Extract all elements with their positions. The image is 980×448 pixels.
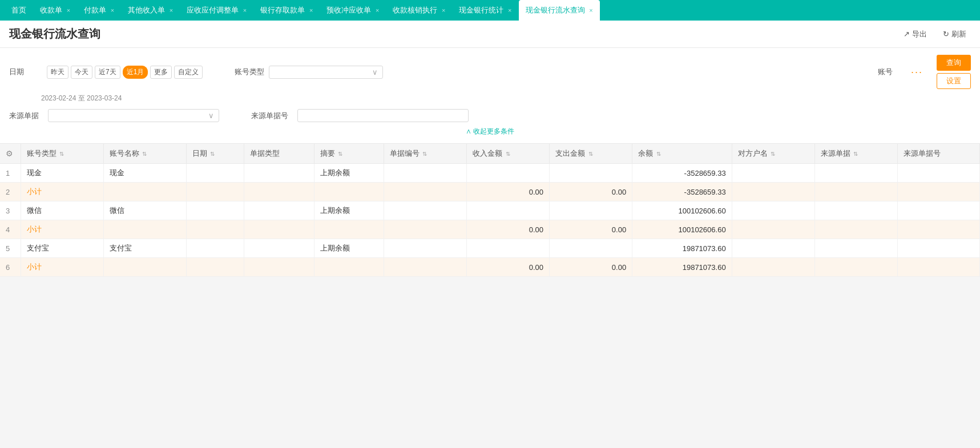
cell-date xyxy=(186,201,244,220)
sort-icon: ⇅ xyxy=(142,151,147,157)
th-summary[interactable]: 摘要 ⇅ xyxy=(314,144,384,164)
gear-icon[interactable]: ⚙ xyxy=(6,149,13,158)
th-gear[interactable]: ⚙ xyxy=(0,144,21,164)
close-icon[interactable]: × xyxy=(508,7,511,14)
th-doc-type[interactable]: 单据类型 xyxy=(244,144,314,164)
th-account-type[interactable]: 账号类型 ⇅ xyxy=(21,144,103,164)
nav-payment[interactable]: 付款单 × xyxy=(77,0,121,21)
sort-icon: ⇅ xyxy=(506,151,510,157)
cell-expense xyxy=(550,201,632,220)
filter-row-2: 来源单据 ∨ 来源单据号 xyxy=(9,109,971,122)
close-icon[interactable]: × xyxy=(243,7,247,14)
cell-source-doc xyxy=(814,239,897,258)
export-button[interactable]: ↗ 导出 xyxy=(899,27,931,42)
cell-source-doc xyxy=(814,183,897,201)
cell-counterpart xyxy=(732,164,814,183)
table-row[interactable]: 5支付宝支付宝上期余额19871073.60 xyxy=(0,239,980,258)
cell-date xyxy=(186,239,244,258)
cell-doc-no xyxy=(384,220,466,239)
close-icon[interactable]: × xyxy=(67,7,70,14)
sort-icon: ⇅ xyxy=(338,151,342,157)
th-expense[interactable]: 支出金额 ⇅ xyxy=(550,144,632,164)
cell-balance: -3528659.33 xyxy=(632,183,732,201)
account-type-label: 账号类型 xyxy=(235,67,264,77)
collapse-button[interactable]: ∧ 收起更多条件 xyxy=(466,127,514,136)
table-row[interactable]: 6小计0.000.0019871073.60 xyxy=(0,258,980,277)
date-btn-more[interactable]: 更多 xyxy=(150,66,172,79)
th-source-doc-no[interactable]: 来源单据号 xyxy=(897,144,979,164)
date-btn-yesterday[interactable]: 昨天 xyxy=(47,66,68,79)
cell-account-type: 现金 xyxy=(21,164,103,183)
source-doc-no-input[interactable] xyxy=(297,109,469,122)
close-icon[interactable]: × xyxy=(111,7,114,14)
cell-doc-no xyxy=(384,164,466,183)
date-btn-custom[interactable]: 自定义 xyxy=(174,66,203,79)
account-type-select[interactable]: ∨ xyxy=(269,66,383,79)
close-icon[interactable]: × xyxy=(309,7,313,14)
th-income[interactable]: 收入金额 ⇅ xyxy=(466,144,549,164)
account-label: 账号 xyxy=(878,67,906,77)
nav-home[interactable]: 首页 xyxy=(5,0,33,21)
cell-account-type: 小计 xyxy=(21,183,103,201)
cell-income xyxy=(466,164,549,183)
cell-doc-no xyxy=(384,201,466,220)
nav-advance-offset[interactable]: 预收冲应收单 × xyxy=(320,0,386,21)
nav-receipt[interactable]: 收款单 × xyxy=(33,0,77,21)
th-source-doc[interactable]: 来源单据 ⇅ xyxy=(814,144,897,164)
cell-source-doc xyxy=(814,201,897,220)
nav-bank-deposit[interactable]: 银行存取款单 × xyxy=(253,0,320,21)
th-counterpart[interactable]: 对方户名 ⇅ xyxy=(732,144,814,164)
table-row[interactable]: 4小计0.000.00100102606.60 xyxy=(0,220,980,239)
settings-button[interactable]: 设置 xyxy=(937,73,971,89)
cell-row-num: 6 xyxy=(0,258,21,277)
date-btn-today[interactable]: 今天 xyxy=(71,66,92,79)
th-date[interactable]: 日期 ⇅ xyxy=(186,144,244,164)
nav-cash-bank-flow[interactable]: 现金银行流水查询 × xyxy=(519,0,600,21)
cell-doc-type xyxy=(244,258,314,277)
cell-date xyxy=(186,164,244,183)
table-row[interactable]: 1现金现金上期余额-3528659.33 xyxy=(0,164,980,183)
date-btn-1month[interactable]: 近1月 xyxy=(123,66,148,79)
cell-balance: 19871073.60 xyxy=(632,239,732,258)
cell-doc-type xyxy=(244,183,314,201)
cell-summary xyxy=(314,220,384,239)
table-row[interactable]: 2小计0.000.00-3528659.33 xyxy=(0,183,980,201)
sort-icon: ⇅ xyxy=(422,151,427,157)
cell-balance: 19871073.60 xyxy=(632,258,732,277)
nav-collection-exec[interactable]: 收款核销执行 × xyxy=(386,0,452,21)
th-account-name[interactable]: 账号名称 ⇅ xyxy=(103,144,186,164)
nav-adjustment[interactable]: 应收应付调整单 × xyxy=(180,0,253,21)
close-icon[interactable]: × xyxy=(376,7,379,14)
account-more-btn[interactable]: ··· xyxy=(911,66,923,78)
th-doc-no[interactable]: 单据编号 ⇅ xyxy=(384,144,466,164)
refresh-button[interactable]: ↻ 刷新 xyxy=(938,27,971,42)
cell-account-name xyxy=(103,183,186,201)
source-doc-label: 来源单据 xyxy=(9,111,39,121)
data-table: ⚙ 账号类型 ⇅ 账号名称 ⇅ 日期 ⇅ 单据类型 摘要 ⇅ 单据编号 ⇅ 收入… xyxy=(0,144,980,277)
th-balance[interactable]: 余额 ⇅ xyxy=(632,144,732,164)
query-button[interactable]: 查询 xyxy=(937,55,971,71)
cell-doc-no xyxy=(384,183,466,201)
cell-summary xyxy=(314,258,384,277)
nav-cash-bank-stats[interactable]: 现金银行统计 × xyxy=(452,0,518,21)
cell-row-num: 3 xyxy=(0,201,21,220)
sort-icon: ⇅ xyxy=(853,151,858,157)
close-icon[interactable]: × xyxy=(442,7,445,14)
chevron-down-icon: ∨ xyxy=(372,68,378,76)
cell-row-num: 5 xyxy=(0,239,21,258)
date-btn-7days[interactable]: 近7天 xyxy=(95,66,120,79)
cell-counterpart xyxy=(732,220,814,239)
cell-date xyxy=(186,258,244,277)
close-icon[interactable]: × xyxy=(589,7,592,14)
cell-source-doc xyxy=(814,258,897,277)
table-row[interactable]: 3微信微信上期余额100102606.60 xyxy=(0,201,980,220)
source-doc-select[interactable]: ∨ xyxy=(48,109,219,122)
cell-account-type: 小计 xyxy=(21,220,103,239)
cell-counterpart xyxy=(732,258,814,277)
cell-doc-type xyxy=(244,239,314,258)
nav-other-income[interactable]: 其他收入单 × xyxy=(121,0,180,21)
close-icon[interactable]: × xyxy=(170,7,173,14)
cell-source-doc-no xyxy=(897,220,979,239)
cell-balance: 100102606.60 xyxy=(632,201,732,220)
cell-summary: 上期余额 xyxy=(314,239,384,258)
